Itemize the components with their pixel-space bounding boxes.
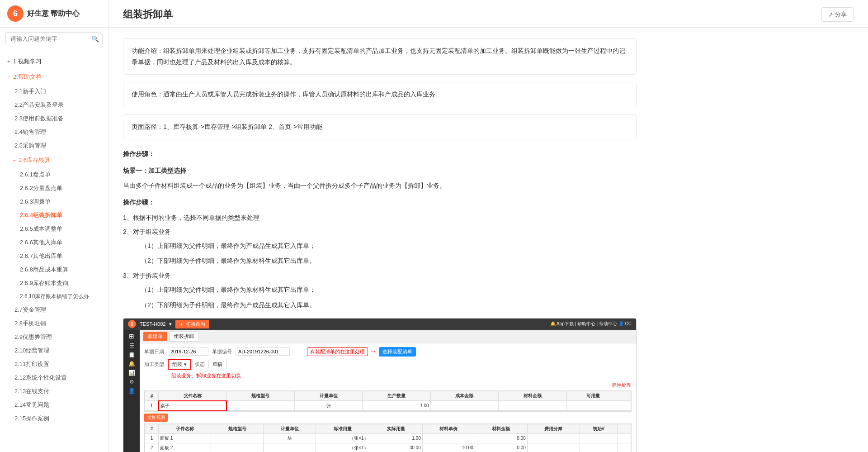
sidebar-item-personalize[interactable]: 2.12系统个性化设置 — [0, 371, 108, 385]
screenshot-left-icon-6: ⚙ — [129, 379, 134, 385]
role-box: 使用角色：通常由生产人员或库管人员完成拆装业务的操作，库管人员确认原材料的出库和… — [123, 82, 637, 107]
share-button[interactable]: ↗ 分享 — [821, 7, 854, 22]
step3-2: （2）下部明细为子件明细，最终作为产成品生成其它入库单。 — [123, 300, 637, 311]
intro-text: 功能介绍：组装拆卸单用来处理企业组装或拆卸等加工业务，支持有固定装配清单的产品加… — [132, 47, 625, 66]
sidebar-item-purchase[interactable]: 2.5采购管理 — [0, 139, 108, 152]
sidebar-item-costcalc[interactable]: 2.6.8商品成本重算 — [0, 263, 108, 276]
sidebar-item-inventory[interactable]: − 2.6库存核算 — [0, 152, 108, 168]
step3-1: （1）上部明细为父件明细，最终作为原材料生成其它出库单； — [123, 284, 637, 295]
role-text: 使用角色：通常由生产人员或库管人员完成拆装业务的操作，库管人员确认原材料的出库和… — [132, 90, 435, 98]
screenshot-annotation2: 组装业务、拆卸业务在这里切换 — [171, 373, 241, 378]
screenshot-left-icon-7: 👤 — [128, 388, 135, 394]
sidebar-item-print[interactable]: 2.11打印设置 — [0, 357, 108, 371]
screenshot-status-label: 状态 — [195, 361, 205, 368]
screenshot-top-bar-id: TEST-H002 — [140, 321, 165, 327]
screenshot-left-icon-4: 🔔 — [128, 361, 135, 367]
expand-icon-video: + — [7, 58, 10, 65]
step1: 1、根据不同的业务，选择不同单据的类型来处理 — [123, 212, 637, 224]
path-text: 页面路径：1、库存核算->库存管理->组装拆卸单 2、首页->常用功能 — [132, 123, 322, 130]
screenshot-left-icon-3: 📋 — [128, 352, 135, 358]
sidebar-item-faq[interactable]: 2.14常见问题 — [0, 398, 108, 412]
step2-1: （1）上部明细为父件明细，最终作为产成品生成其它入库单； — [123, 240, 637, 252]
sidebar-item-stocksplit[interactable]: 2.6.2分量盘点单 — [0, 181, 108, 195]
sidebar-item-finance[interactable]: 2.7资金管理 — [0, 303, 108, 317]
scenario-title: 场景一：加工类型选择 — [123, 165, 637, 176]
sidebar-item-costadj[interactable]: 2.6.5成本调整单 — [0, 222, 108, 236]
main-content: 组装拆卸单 ↗ 分享 功能介绍：组装拆卸单用来处理企业组装或拆卸等加工业务，支持… — [108, 0, 868, 452]
screenshot-type-label: 加工类型 — [144, 361, 164, 368]
screenshot-arrow1: → — [370, 347, 377, 356]
search-input[interactable] — [5, 32, 103, 45]
step2-2: （2）下部明细为子件明细，最终作为原材料生成其它出库单。 — [123, 255, 637, 266]
screenshot-form-label-date: 单据日期 — [144, 348, 164, 355]
sidebar-item-label-inventory: 2.6库存核算 — [19, 156, 50, 164]
page-header: 组装拆卸单 ↗ 分享 — [108, 0, 868, 28]
sidebar: 6 好生意 帮助中心 🔍 + 1.视频学习 − 2.帮助文档 2.1新手入门 2… — [0, 0, 108, 452]
screenshot-new-btn: ＋切换前台 — [175, 320, 209, 328]
sidebar-item-cases[interactable]: 2.15操作案例 — [0, 412, 108, 425]
search-icon[interactable]: 🔍 — [91, 35, 99, 43]
screenshot: 6 TEST-H002 ▾ ＋切换前台 🔔 App下载 | 帮助中心 | 帮助中… — [123, 318, 637, 452]
sidebar-item-stockquery[interactable]: 2.6.9库存账本查询 — [0, 276, 108, 290]
sidebar-item-operation[interactable]: 2.10经营管理 — [0, 344, 108, 357]
sidebar-item-stocktake[interactable]: 2.6.1盘点单 — [0, 168, 108, 181]
screenshot-parent-item: 桌子 — [160, 403, 170, 408]
screenshot-tab-assembly: 组装拆卸 — [169, 331, 199, 342]
screenshot-order-input — [236, 347, 290, 356]
screenshot-nav-icons: 🔔 App下载 | 帮助中心 | 帮助中心 👤 CC — [550, 321, 632, 327]
operation-title: 操作步骤： — [123, 148, 637, 160]
step2: 2、对于组装业务 — [123, 226, 637, 238]
sidebar-item-video[interactable]: + 1.视频学习 — [0, 54, 108, 69]
logo-icon: 6 — [7, 5, 24, 22]
sidebar-item-sales[interactable]: 2.4销售管理 — [0, 125, 108, 139]
sidebar-item-payment[interactable]: 2.13在线支付 — [0, 385, 108, 398]
path-box: 页面路径：1、库存核算->库存管理->组装拆卸单 2、首页->常用功能 — [123, 114, 637, 139]
screenshot-status-value: 草稿 — [208, 360, 226, 369]
sidebar-item-assembly[interactable]: 2.6.4组装拆卸单 — [0, 209, 108, 222]
screenshot-left-icon-5: 📊 — [128, 370, 135, 376]
screenshot-dropdown-icon: ▾ — [169, 321, 172, 327]
screenshot-tab-new: 新建单 — [143, 332, 167, 341]
sidebar-item-install[interactable]: 2.2产品安装及登录 — [0, 98, 108, 112]
sidebar-item-transfer[interactable]: 2.6.3调拨单 — [0, 195, 108, 209]
sidebar-item-docs[interactable]: − 2.帮助文档 — [0, 69, 108, 85]
screenshot-date-input — [168, 347, 208, 356]
sidebar-item-label-video: 1.视频学习 — [13, 57, 42, 66]
screenshot-select-bom-btn: 选择装配清单 — [379, 347, 416, 357]
screenshot-annotation3: 启用处理 — [612, 382, 632, 389]
sidebar-item-stockerr[interactable]: 2.6.10库存账本搞错了怎么办 — [0, 290, 108, 303]
intro-box: 功能介绍：组装拆卸单用来处理企业组装或拆卸等加工业务，支持有固定装配清单的产品加… — [123, 38, 637, 75]
sidebar-item-label-docs: 2.帮助文档 — [13, 73, 42, 81]
step3: 3、对于拆装业务 — [123, 270, 637, 281]
search-area: 🔍 — [0, 28, 108, 50]
scenario-desc: 当由多个子件材料组装成一个成品的业务为【组装】业务，当由一个父件拆分成多个子产品… — [123, 180, 637, 191]
sidebar-item-coupon[interactable]: 2.9优惠券管理 — [0, 330, 108, 344]
content-area: 功能介绍：组装拆卸单用来处理企业组装或拆卸等加工业务，支持有固定装配清单的产品加… — [108, 28, 651, 452]
screenshot-logo-icon: 6 — [128, 320, 136, 328]
sidebar-item-otherout[interactable]: 2.6.7其他出库单 — [0, 249, 108, 263]
page-title: 组装拆卸单 — [123, 8, 173, 21]
sidebar-item-mobile[interactable]: 2.8手机旺铺 — [0, 317, 108, 330]
share-label: 分享 — [835, 10, 847, 19]
expand-icon-inventory: − — [13, 157, 16, 163]
screenshot-switch-view-btn: 切换视图 — [144, 414, 168, 422]
logo-text: 好生意 帮助中心 — [27, 9, 80, 19]
logo-area: 6 好生意 帮助中心 — [0, 0, 108, 28]
screenshot-form-label-order: 单据编号 — [212, 348, 232, 355]
screenshot-type-selector: 组装▾ — [168, 359, 191, 370]
sidebar-nav: + 1.视频学习 − 2.帮助文档 2.1新手入门 2.2产品安装及登录 2.3… — [0, 50, 108, 452]
expand-icon-docs: − — [7, 74, 10, 80]
screenshot-left-icon-home: ⊞ — [129, 333, 134, 340]
screenshot-annotation1: 有装配清单的在这里处理 — [307, 347, 368, 356]
share-icon: ↗ — [828, 11, 833, 18]
sidebar-item-newbie[interactable]: 2.1新手入门 — [0, 85, 108, 98]
sidebar-item-data[interactable]: 2.3使用前数据准备 — [0, 112, 108, 125]
screenshot-left-icon-2: ☰ — [129, 343, 134, 349]
steps-title: 操作步骤： — [123, 197, 637, 208]
sidebar-item-otherin[interactable]: 2.6.6其他入库单 — [0, 236, 108, 249]
